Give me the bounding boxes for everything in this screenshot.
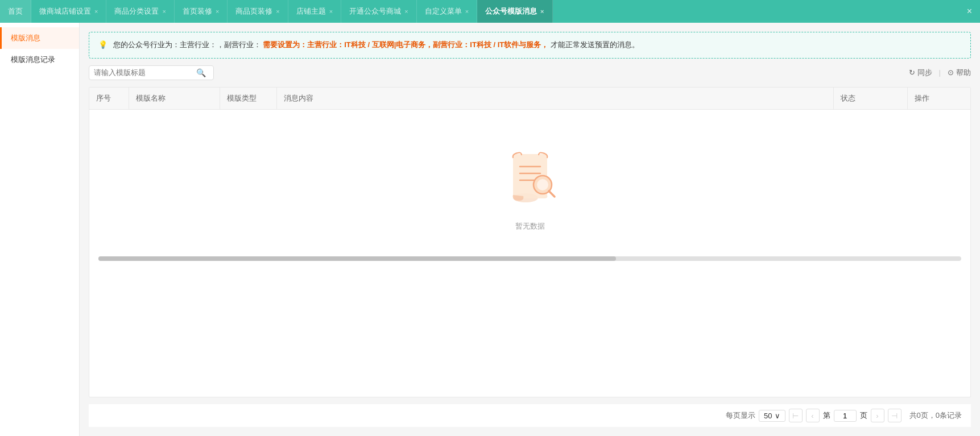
close-icon[interactable]: × [404,8,408,15]
chevron-down-icon: ∨ [775,412,780,420]
col-action: 操作 [908,88,970,109]
nav-tab-category[interactable]: 商品分类设置 × [106,0,174,23]
sidebar-item-template-record[interactable]: 模版消息记录 [0,49,79,70]
page-unit: 页 [860,410,867,421]
close-icon[interactable]: × [329,8,333,15]
col-index: 序号 [89,88,129,109]
search-input[interactable] [94,68,196,77]
close-all-button[interactable]: × [959,0,980,23]
empty-state: 暂无数据 [89,110,970,254]
col-name: 模版名称 [129,88,220,109]
per-page-value: 50 [764,412,772,420]
notice-highlight: 需要设置为：主营行业：IT科技 / 互联网|电子商务，副营行业：IT科技 / I… [263,40,548,49]
main-layout: 模版消息 模版消息记录 💡 您的公众号行业为：主营行业：，副营行业： 需要设置为… [0,23,980,436]
pagination: 每页显示 50 ∨ ⊢ ‹ 第 页 › ⊣ 共0页，0条记录 [89,404,971,427]
sync-icon: ↻ [909,68,915,77]
col-status: 状态 [834,88,908,109]
table-header: 序号 模版名称 模版类型 消息内容 状态 操作 [89,88,970,110]
close-icon[interactable]: × [540,8,544,15]
empty-icon [496,144,564,212]
col-type: 模版类型 [220,88,277,109]
help-icon: ⊙ [948,68,954,77]
prev-page-button[interactable]: ‹ [806,409,820,422]
search-icon[interactable]: 🔍 [196,68,206,77]
nav-tab-product-decor[interactable]: 商品页装修 × [228,0,288,23]
nav-tab-custom-menu[interactable]: 自定义菜单 × [417,0,477,23]
svg-line-6 [549,191,555,197]
nav-tab-shop-settings[interactable]: 微商城店铺设置 × [31,0,106,23]
close-icon[interactable]: × [216,8,219,15]
next-page-button[interactable]: › [871,409,884,422]
col-content: 消息内容 [277,88,834,109]
nav-tab-open-mall[interactable]: 开通公众号商城 × [341,0,416,23]
data-table: 序号 模版名称 模版类型 消息内容 状态 操作 [89,87,971,397]
notice-banner: 💡 您的公众号行业为：主营行业：，副营行业： 需要设置为：主营行业：IT科技 /… [89,32,971,59]
search-box[interactable]: 🔍 [89,65,214,80]
total-info: 共0页，0条记录 [909,410,962,421]
sidebar: 模版消息 模版消息记录 [0,23,80,436]
top-nav: 首页 微商城店铺设置 × 商品分类设置 × 首页装修 × 商品页装修 × 店铺主… [0,0,980,23]
per-page-select[interactable]: 50 ∨ [759,410,785,422]
close-icon[interactable]: × [465,8,469,15]
nav-tab-template-msg[interactable]: 公众号模版消息 × [477,0,552,23]
toolbar: 🔍 ↻ 同步 | ⊙ 帮助 [89,65,971,80]
page-label: 第 [823,410,830,421]
per-page-label: 每页显示 [726,410,755,421]
close-icon[interactable]: × [162,8,166,15]
nav-tab-home-decor[interactable]: 首页装修 × [175,0,228,23]
content-area: 💡 您的公众号行业为：主营行业：，副营行业： 需要设置为：主营行业：IT科技 /… [80,23,980,436]
help-button[interactable]: ⊙ 帮助 [948,68,971,78]
sidebar-item-template-msg[interactable]: 模版消息 [0,27,79,49]
bulb-icon: 💡 [98,40,107,49]
nav-tab-theme[interactable]: 店铺主题 × [288,0,341,23]
last-page-button[interactable]: ⊣ [888,409,902,422]
sync-button[interactable]: ↻ 同步 [909,68,932,78]
scroll-thumb[interactable] [98,256,616,261]
toolbar-divider: | [939,68,941,77]
nav-tab-home[interactable]: 首页 [0,0,31,23]
empty-text: 暂无数据 [515,221,545,231]
toolbar-right: ↻ 同步 | ⊙ 帮助 [909,68,971,78]
close-icon[interactable]: × [94,8,98,15]
horizontal-scrollbar[interactable] [98,256,961,261]
first-page-button[interactable]: ⊢ [789,409,803,422]
svg-point-5 [537,179,548,190]
close-icon[interactable]: × [276,8,279,15]
page-input[interactable] [834,410,857,422]
